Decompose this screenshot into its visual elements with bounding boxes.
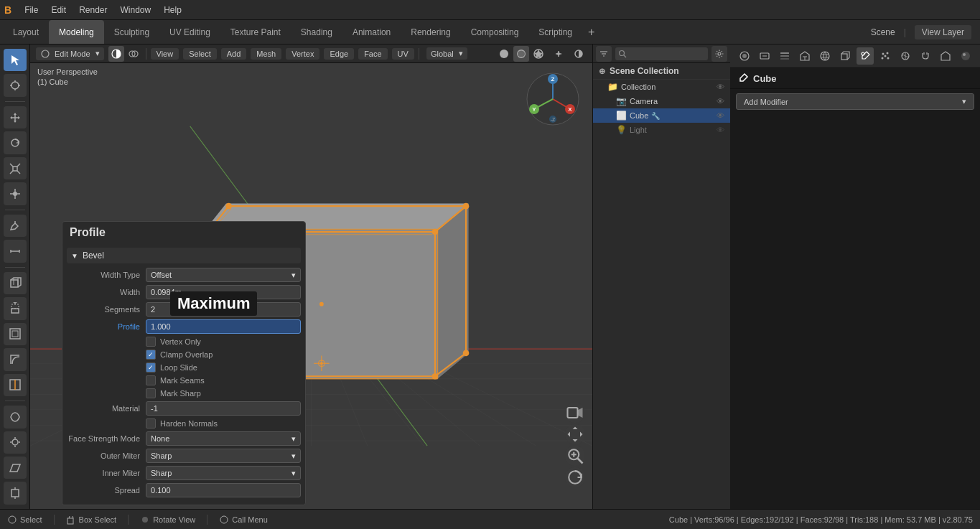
- object-data-btn[interactable]: [937, 47, 954, 65]
- particles-btn[interactable]: [877, 47, 894, 65]
- tab-uv-editing[interactable]: UV Editing: [159, 20, 220, 44]
- camera-visibility-toggle[interactable]: 👁: [717, 97, 724, 106]
- tool-rotate[interactable]: [4, 131, 27, 154]
- view-layer-properties-btn[interactable]: [776, 47, 793, 65]
- mark-seams-checkbox[interactable]: [146, 375, 156, 385]
- uv-menu[interactable]: UV: [392, 48, 414, 60]
- clamp-overlap-checkbox[interactable]: [146, 350, 156, 360]
- menu-help[interactable]: Help: [158, 4, 187, 17]
- outliner-settings-btn[interactable]: [711, 46, 727, 62]
- tool-loop-cut[interactable]: [4, 374, 27, 396]
- tab-layout[interactable]: Layout: [3, 20, 49, 44]
- face-strength-dropdown[interactable]: None ▾: [146, 431, 301, 446]
- render-properties-btn[interactable]: [736, 47, 753, 65]
- scene-selector[interactable]: Scene: [871, 27, 895, 37]
- add-modifier-button[interactable]: Add Modifier ▾: [736, 93, 974, 110]
- tool-shrink-fatten[interactable]: [4, 431, 27, 454]
- material-shading-icon[interactable]: [513, 46, 529, 62]
- mesh-menu[interactable]: Mesh: [251, 48, 281, 60]
- viewport-overlays-toggle[interactable]: [571, 46, 587, 62]
- add-menu[interactable]: Add: [221, 48, 247, 60]
- menu-window[interactable]: Window: [115, 4, 157, 17]
- menu-render[interactable]: Render: [73, 4, 113, 17]
- tab-rendering[interactable]: Rendering: [401, 20, 460, 44]
- tool-scale[interactable]: [4, 157, 27, 179]
- physics-btn[interactable]: [897, 47, 914, 65]
- tool-add-cube[interactable]: [4, 272, 27, 294]
- outliner-item-cube[interactable]: ⬜ Cube 🔧 👁: [593, 108, 730, 123]
- spread-value[interactable]: 0.100: [146, 483, 301, 497]
- width-type-dropdown[interactable]: Offset ▾: [146, 268, 301, 282]
- tool-cursor[interactable]: [4, 74, 27, 96]
- zoom-view-button[interactable]: [565, 446, 585, 466]
- add-workspace-button[interactable]: +: [582, 23, 600, 42]
- tab-texture-paint[interactable]: Texture Paint: [220, 20, 291, 44]
- outliner-item-light[interactable]: 💡 Light 👁: [593, 123, 730, 137]
- view-layer-button[interactable]: View Layer: [915, 25, 971, 39]
- outliner-item-camera[interactable]: 📷 Camera 👁: [593, 94, 730, 108]
- tab-sculpting[interactable]: Sculpting: [104, 20, 159, 44]
- tool-move[interactable]: [4, 106, 27, 128]
- segments-value[interactable]: 2: [146, 302, 301, 317]
- vertex-only-checkbox[interactable]: [146, 337, 156, 347]
- viewport-xray-icon[interactable]: [126, 46, 141, 62]
- bevel-section-header[interactable]: ▼ Bevel: [67, 248, 301, 263]
- outliner-item-collection[interactable]: 📁 Collection 👁: [593, 80, 730, 94]
- tool-smooth[interactable]: [4, 406, 27, 428]
- solid-shading-icon[interactable]: [496, 46, 512, 62]
- axis-compass[interactable]: Z X Y -Z: [524, 70, 582, 130]
- material-properties-btn[interactable]: [957, 47, 974, 65]
- mark-sharp-checkbox[interactable]: [146, 388, 156, 398]
- loop-slide-checkbox[interactable]: [146, 362, 156, 373]
- pan-view-button[interactable]: [565, 424, 585, 444]
- object-properties-btn[interactable]: [836, 47, 854, 65]
- harden-normals-checkbox[interactable]: [146, 418, 156, 429]
- tab-animation[interactable]: Animation: [342, 20, 401, 44]
- main-area: Edit Mode ▾ View Select Add Mesh Vertex …: [0, 45, 980, 509]
- view-menu[interactable]: View: [151, 48, 179, 60]
- tool-shear[interactable]: [4, 457, 27, 479]
- material-value[interactable]: -1: [146, 401, 301, 416]
- menu-file[interactable]: File: [19, 4, 44, 17]
- transform-space-dropdown[interactable]: Global ▾: [426, 47, 467, 60]
- svg-text:X: X: [568, 106, 572, 113]
- outer-miter-dropdown[interactable]: Sharp ▾: [146, 449, 301, 463]
- tab-modeling[interactable]: Modeling: [49, 20, 104, 44]
- width-value[interactable]: 0.0984m: [146, 285, 301, 299]
- viewport-gizmos-toggle[interactable]: [551, 46, 566, 62]
- collection-visibility-toggle[interactable]: 👁: [717, 83, 724, 91]
- profile-value[interactable]: 1.000: [146, 319, 301, 334]
- 3d-viewport[interactable]: Edit Mode ▾ View Select Add Mesh Vertex …: [30, 45, 592, 509]
- tool-select[interactable]: [4, 49, 27, 71]
- cube-visibility-toggle[interactable]: 👁: [717, 111, 724, 120]
- menu-edit[interactable]: Edit: [45, 4, 72, 17]
- camera-view-button[interactable]: [565, 403, 585, 423]
- output-properties-btn[interactable]: [756, 47, 773, 65]
- edit-mode-dropdown[interactable]: Edit Mode ▾: [36, 47, 104, 60]
- tab-shading[interactable]: Shading: [291, 20, 342, 44]
- tab-compositing[interactable]: Compositing: [461, 20, 529, 44]
- modifier-properties-btn[interactable]: [857, 47, 874, 65]
- tool-push-pull[interactable]: [4, 482, 27, 504]
- tool-bevel[interactable]: [4, 348, 27, 370]
- tab-scripting[interactable]: Scripting: [528, 20, 582, 44]
- scene-properties-btn[interactable]: [796, 47, 813, 65]
- tool-inset[interactable]: [4, 323, 27, 345]
- light-visibility-toggle[interactable]: 👁: [717, 126, 724, 134]
- inner-miter-dropdown[interactable]: Sharp ▾: [146, 466, 301, 480]
- world-properties-btn[interactable]: [816, 47, 834, 65]
- tool-transform[interactable]: [4, 182, 27, 205]
- rotate-view-button[interactable]: [565, 467, 585, 487]
- select-menu[interactable]: Select: [183, 48, 217, 60]
- tool-annotate[interactable]: [4, 215, 27, 237]
- rendered-shading-icon[interactable]: [531, 46, 546, 62]
- tool-extrude[interactable]: [4, 297, 27, 319]
- vertex-menu[interactable]: Vertex: [286, 48, 319, 60]
- outliner-filter-btn[interactable]: [596, 46, 612, 62]
- viewport-overlay-icon[interactable]: [108, 46, 124, 62]
- face-menu[interactable]: Face: [358, 48, 387, 60]
- tool-measure[interactable]: [4, 240, 27, 262]
- viewport-canvas[interactable]: User Perspective (1) Cube: [30, 63, 592, 509]
- edge-menu[interactable]: Edge: [324, 48, 354, 60]
- constraints-btn[interactable]: [917, 47, 934, 65]
